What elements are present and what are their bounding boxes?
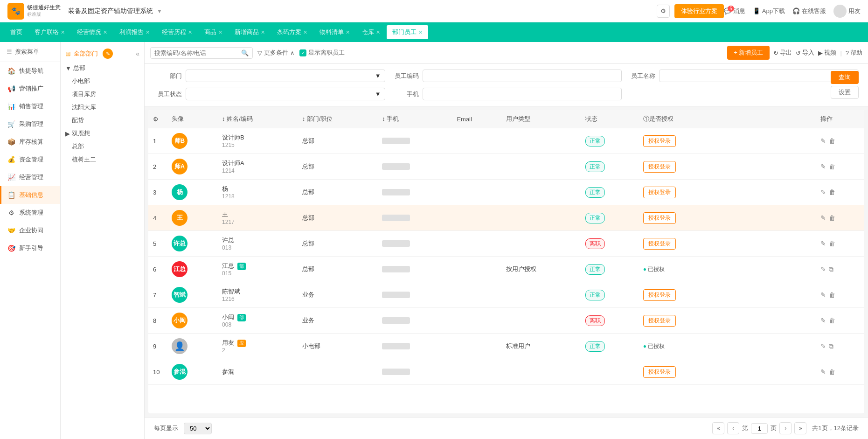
show-resign-toggle[interactable]: ✓ 显示离职员工	[299, 49, 345, 57]
help-btn[interactable]: ? 帮助	[846, 49, 862, 57]
search-menu-btn[interactable]: ☰ 搜索菜单	[4, 46, 56, 58]
last-page-btn[interactable]: »	[794, 422, 806, 434]
edit-icon[interactable]: ✎	[820, 163, 826, 170]
first-page-btn[interactable]: «	[712, 422, 724, 434]
export-btn[interactable]: ↻ 导出	[773, 49, 792, 57]
dept-node-peihuo[interactable]: 配货	[61, 114, 144, 127]
copy-icon[interactable]: ⧉	[829, 265, 833, 273]
nav-close-dept[interactable]: ✕	[418, 29, 423, 35]
more-filter-btn[interactable]: ▽ 更多条件 ∧	[257, 49, 295, 57]
sidebar-item-marketing[interactable]: 📢 营销推广	[0, 80, 60, 98]
auth-btn[interactable]: 授权登录	[643, 161, 676, 173]
nav-item-barcode[interactable]: 条码方案 ✕	[271, 25, 313, 39]
nav-close-barcode[interactable]: ✕	[303, 29, 307, 35]
dept-node-corp[interactable]: ▼ 总部	[61, 62, 144, 75]
nav-close-new-goods[interactable]: ✕	[261, 29, 265, 35]
sidebar-item-bizmanage[interactable]: 📈 经营管理	[0, 168, 60, 186]
show-resign-checkbox[interactable]: ✓	[299, 49, 306, 56]
auth-btn[interactable]: 授权登录	[643, 212, 676, 224]
user-menu[interactable]: 用友	[833, 5, 861, 18]
reset-button[interactable]: 设置	[831, 86, 859, 99]
edit-icon[interactable]: ✎	[820, 137, 826, 145]
dept-collapse-icon[interactable]: «	[136, 50, 139, 57]
auth-btn[interactable]: 授权登录	[643, 315, 676, 327]
nav-item-customer[interactable]: 客户联络 ✕	[29, 25, 70, 39]
edit-icon[interactable]: ✎	[820, 240, 826, 247]
gear-button[interactable]: ⚙	[657, 5, 670, 18]
col-dept[interactable]: ↕ 部门/职位	[298, 110, 378, 128]
col-settings[interactable]: ⚙	[148, 110, 167, 128]
auth-btn[interactable]: 授权登录	[643, 187, 676, 198]
nav-item-new-goods[interactable]: 新增商品 ✕	[229, 25, 271, 39]
filter-status-select[interactable]: ▼	[186, 88, 385, 100]
dept-edit-icon[interactable]: ✎	[103, 49, 113, 59]
delete-icon[interactable]: 🗑	[829, 240, 835, 247]
message-btn[interactable]: 💬 5 消息	[724, 7, 745, 15]
sidebar-item-finance[interactable]: 💰 资金管理	[0, 151, 60, 168]
col-phone[interactable]: ↕ 手机	[377, 110, 452, 128]
edit-icon[interactable]: ✎	[820, 265, 826, 273]
dept-node-xiangmuku[interactable]: 项目库房	[61, 88, 144, 101]
filter-code-input[interactable]	[423, 70, 622, 82]
sidebar-item-sales[interactable]: 📊 销售管理	[0, 98, 60, 115]
edit-icon[interactable]: ✎	[820, 188, 826, 196]
nav-item-operation[interactable]: 经营情况 ✕	[71, 25, 113, 39]
nav-close-history[interactable]: ✕	[188, 29, 192, 35]
import-btn[interactable]: ↺ 导入	[796, 49, 814, 57]
delete-icon[interactable]: 🗑	[829, 368, 835, 376]
nav-item-bom[interactable]: 物料清单 ✕	[314, 25, 355, 39]
online-service-btn[interactable]: 🎧 在线客服	[792, 7, 826, 15]
nav-item-warehouse[interactable]: 仓库 ✕	[356, 25, 386, 39]
delete-icon[interactable]: 🗑	[829, 188, 835, 196]
delete-icon[interactable]: 🗑	[829, 214, 835, 222]
auth-btn[interactable]: 授权登录	[643, 238, 676, 250]
trial-button[interactable]: 体验行业方案	[674, 4, 724, 18]
nav-close-goods[interactable]: ✕	[218, 29, 222, 35]
dept-node-xiaodibu[interactable]: 小电部	[61, 75, 144, 88]
delete-icon[interactable]: 🗑	[829, 291, 835, 299]
app-download-btn[interactable]: 📱 App下载	[753, 7, 785, 15]
sidebar-item-system[interactable]: ⚙ 系统管理	[0, 204, 60, 222]
edit-icon[interactable]: ✎	[820, 342, 826, 350]
nav-item-goods[interactable]: 商品 ✕	[199, 25, 228, 39]
dept-node-shuanglu[interactable]: ▶ 双鹿想	[61, 127, 144, 140]
nav-item-profit[interactable]: 利润报告 ✕	[114, 25, 155, 39]
sidebar-item-guide[interactable]: 🎯 新手引导	[0, 239, 60, 257]
nav-close-profit[interactable]: ✕	[146, 29, 150, 35]
sidebar-item-collab[interactable]: 🤝 企业协同	[0, 222, 60, 239]
nav-item-history[interactable]: 经营历程 ✕	[156, 25, 198, 39]
dept-node-shenyangdaku[interactable]: 沈阳大库	[61, 101, 144, 114]
sidebar-item-quicknav[interactable]: 🏠 快捷导航	[0, 62, 60, 80]
copy-icon[interactable]: ⧉	[829, 342, 833, 350]
edit-icon[interactable]: ✎	[820, 368, 826, 376]
delete-icon[interactable]: 🗑	[829, 137, 835, 145]
nav-close-customer[interactable]: ✕	[61, 29, 65, 35]
system-arrow-icon[interactable]: ▼	[157, 8, 162, 14]
next-page-btn[interactable]: ›	[779, 422, 792, 434]
auth-btn[interactable]: 授权登录	[643, 289, 676, 301]
nav-close-operation[interactable]: ✕	[103, 29, 107, 35]
filter-dept-select[interactable]: ▼	[186, 70, 385, 82]
edit-icon[interactable]: ✎	[820, 291, 826, 299]
query-button[interactable]: 查询	[831, 71, 859, 84]
nav-close-warehouse[interactable]: ✕	[376, 29, 380, 35]
delete-icon[interactable]: 🗑	[829, 163, 835, 170]
prev-page-btn[interactable]: ‹	[727, 422, 739, 434]
view-btn[interactable]: ▶ 视频	[818, 49, 836, 57]
page-number-input[interactable]	[751, 423, 768, 434]
edit-icon[interactable]: ✎	[820, 214, 826, 222]
nav-item-home[interactable]: 首页	[5, 25, 28, 39]
dept-node-zhishu[interactable]: 植树王二	[61, 153, 144, 166]
nav-item-dept[interactable]: 部门员工 ✕	[387, 25, 428, 39]
filter-name-input[interactable]	[659, 70, 859, 82]
dept-node-zongbu[interactable]: 总部	[61, 140, 144, 153]
page-size-select[interactable]: 50 10 20 100	[184, 423, 212, 434]
sidebar-item-inventory[interactable]: 📦 库存核算	[0, 133, 60, 151]
filter-phone-input[interactable]	[423, 88, 622, 100]
nav-close-bom[interactable]: ✕	[346, 29, 350, 35]
col-name[interactable]: ↕ 姓名/编码	[217, 110, 298, 128]
all-dept-label[interactable]: 全部部门	[74, 49, 98, 58]
sidebar-item-basicinfo[interactable]: 📋 基础信息	[0, 186, 60, 204]
sidebar-item-purchase[interactable]: 🛒 采购管理	[0, 115, 60, 133]
auth-btn[interactable]: 授权登录	[643, 366, 676, 378]
